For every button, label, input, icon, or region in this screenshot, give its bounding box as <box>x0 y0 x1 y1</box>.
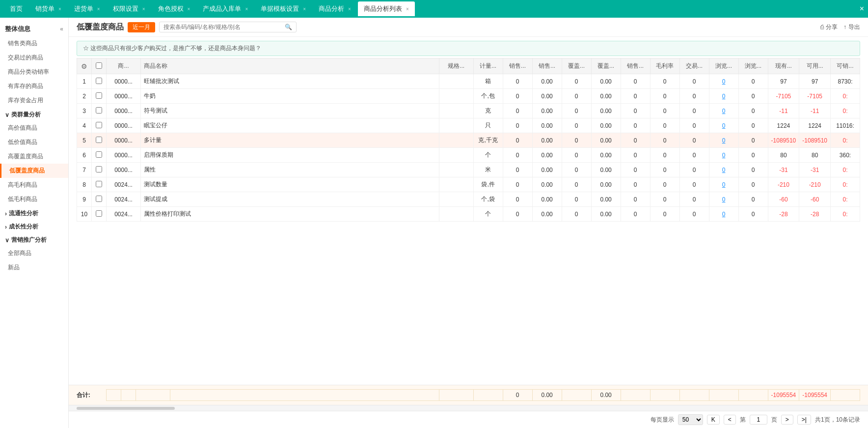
sidebar-item-low-value[interactable]: 低价值商品 <box>0 135 68 149</box>
sidebar-group2-label[interactable]: ∨ 类群量分析 <box>0 108 68 121</box>
sidebar-item-stocked-goods[interactable]: 有库存的商品 <box>0 79 68 93</box>
th-trade[interactable]: 交易... <box>679 58 709 74</box>
th-current[interactable]: 现有... <box>768 58 799 74</box>
window-close-icon[interactable]: × <box>860 4 864 13</box>
browse1-link[interactable]: 0 <box>722 137 726 144</box>
row-browse1[interactable]: 0 <box>709 104 738 118</box>
row-browse1[interactable]: 0 <box>709 118 738 133</box>
next-page-btn[interactable]: > <box>781 415 793 425</box>
row-checkbox[interactable] <box>92 207 107 222</box>
sidebar-item-all-goods[interactable]: 全部商品 <box>0 246 68 260</box>
row-checkbox[interactable] <box>92 163 107 177</box>
period-button[interactable]: 近一月 <box>128 22 155 32</box>
nav-tab-analysis[interactable]: 商品分析 × <box>313 1 357 16</box>
sidebar-collapse-btn[interactable]: « <box>60 26 63 32</box>
sidebar-item-low-coverage[interactable]: 低覆盖度商品 <box>0 164 68 178</box>
row-browse1[interactable]: 0 <box>709 177 738 192</box>
th-sales1[interactable]: 销售... <box>503 58 532 74</box>
nav-tab-purchase-close[interactable]: × <box>97 6 100 12</box>
row-checkbox[interactable] <box>92 104 107 118</box>
browse1-link[interactable]: 0 <box>722 211 726 218</box>
row-checkbox[interactable] <box>92 148 107 163</box>
sidebar-item-new-goods[interactable]: 新品 <box>0 260 68 275</box>
nav-tab-analysis-close[interactable]: × <box>348 6 351 12</box>
sidebar-item-high-value[interactable]: 高价值商品 <box>0 121 68 135</box>
nav-tab-template[interactable]: 单据模板设置 × <box>255 1 312 16</box>
row-browse1[interactable]: 0 <box>709 133 738 148</box>
page-input[interactable] <box>750 415 767 425</box>
nav-tab-sales-close[interactable]: × <box>58 6 61 12</box>
th-spec[interactable]: 规格... <box>439 58 473 74</box>
scrollbar-thumb[interactable] <box>77 407 175 410</box>
sidebar-item-low-margin[interactable]: 低毛利商品 <box>0 192 68 206</box>
settings-icon[interactable]: ⚙ <box>81 62 87 70</box>
sidebar-item-traded-goods[interactable]: 交易过的商品 <box>0 51 68 65</box>
th-browse1[interactable]: 浏览... <box>709 58 738 74</box>
nav-tab-role-close[interactable]: × <box>188 6 190 12</box>
th-available[interactable]: 可用... <box>799 58 831 74</box>
nav-tab-finished-close[interactable]: × <box>245 6 248 12</box>
row-checkbox[interactable] <box>92 89 107 104</box>
nav-tab-perm-close[interactable]: × <box>142 6 145 12</box>
row-browse1[interactable]: 0 <box>709 74 738 89</box>
prev-page-btn[interactable]: < <box>724 415 736 425</box>
first-page-btn[interactable]: K <box>707 415 720 425</box>
sidebar-item-high-margin[interactable]: 高毛利商品 <box>0 178 68 192</box>
th-checkbox[interactable] <box>92 58 107 74</box>
row-checkbox[interactable] <box>92 118 107 133</box>
sidebar-group3-label[interactable]: › 流通性分析 <box>0 206 68 220</box>
sidebar-item-sales-goods[interactable]: 销售类商品 <box>0 36 68 51</box>
th-name[interactable]: 商品名称 <box>141 58 439 74</box>
sidebar-item-category-rate[interactable]: 商品分类动销率 <box>0 65 68 79</box>
horizontal-scrollbar[interactable] <box>69 405 868 411</box>
browse1-link[interactable]: 0 <box>722 152 726 159</box>
th-cover1[interactable]: 覆盖... <box>562 58 591 74</box>
th-unit[interactable]: 计量... <box>473 58 503 74</box>
nav-tab-perm[interactable]: 权限设置 × <box>107 1 151 16</box>
th-gross[interactable]: 毛利率 <box>650 58 679 74</box>
nav-tab-home[interactable]: 首页 <box>4 1 28 16</box>
row-checkbox[interactable] <box>92 192 107 207</box>
nav-tab-analysis-list-close[interactable]: × <box>406 6 409 12</box>
th-browse2[interactable]: 浏览... <box>738 58 768 74</box>
select-all-checkbox[interactable] <box>96 62 102 69</box>
th-sales3[interactable]: 销售... <box>621 58 650 74</box>
search-input[interactable] <box>163 24 283 30</box>
sidebar-item-high-coverage[interactable]: 高覆盖度商品 <box>0 149 68 164</box>
sidebar-group5-label[interactable]: ∨ 营销推广分析 <box>0 233 68 246</box>
th-sales2[interactable]: 销售... <box>532 58 562 74</box>
nav-tab-template-close[interactable]: × <box>303 6 306 12</box>
share-button[interactable]: ⎙ 分享 <box>820 23 838 31</box>
browse1-link[interactable]: 0 <box>722 196 726 203</box>
last-page-btn[interactable]: >| <box>797 415 811 425</box>
page-size-select[interactable]: 50 10 20 100 <box>678 414 703 425</box>
th-settings[interactable]: ⚙ <box>77 58 92 74</box>
row-browse1[interactable]: 0 <box>709 192 738 207</box>
browse1-link[interactable]: 0 <box>722 167 726 173</box>
export-button[interactable]: ↑ 导出 <box>843 23 860 31</box>
row-browse1[interactable]: 0 <box>709 89 738 104</box>
row-current: -60 <box>768 192 799 207</box>
browse1-link[interactable]: 0 <box>722 93 726 100</box>
sidebar-group4-label[interactable]: › 成长性分析 <box>0 220 68 233</box>
nav-tab-purchase[interactable]: 进货单 × <box>68 1 106 16</box>
browse1-link[interactable]: 0 <box>722 78 726 85</box>
row-browse1[interactable]: 0 <box>709 207 738 222</box>
th-sellable[interactable]: 可销... <box>831 58 860 74</box>
row-checkbox[interactable] <box>92 74 107 89</box>
th-code[interactable]: 商... <box>107 58 141 74</box>
nav-tab-finished[interactable]: 产成品入库单 × <box>197 1 254 16</box>
sidebar-header[interactable]: 整体信息 « <box>0 22 68 36</box>
th-cover2[interactable]: 覆盖... <box>591 58 621 74</box>
row-browse1[interactable]: 0 <box>709 148 738 163</box>
browse1-link[interactable]: 0 <box>722 181 726 188</box>
nav-tab-role[interactable]: 角色授权 × <box>152 1 196 16</box>
row-checkbox[interactable] <box>92 177 107 192</box>
browse1-link[interactable]: 0 <box>722 122 726 129</box>
row-checkbox[interactable] <box>92 133 107 148</box>
row-browse1[interactable]: 0 <box>709 163 738 177</box>
sidebar-item-inventory-capital[interactable]: 库存资金占用 <box>0 93 68 108</box>
nav-tab-sales[interactable]: 销货单 × <box>29 1 67 16</box>
nav-tab-analysis-list[interactable]: 商品分析列表 × <box>358 1 415 16</box>
browse1-link[interactable]: 0 <box>722 108 726 114</box>
